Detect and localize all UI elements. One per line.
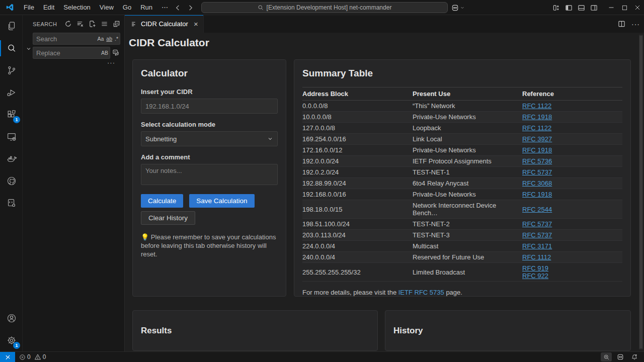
clear-search-results-icon[interactable] <box>76 20 84 28</box>
collapse-all-icon[interactable] <box>113 20 120 28</box>
present-use-cell: “This” Network <box>413 102 522 110</box>
rfc-link[interactable]: RFC 922 <box>522 272 622 280</box>
address-block-cell: 0.0.0.0/8 <box>302 102 413 110</box>
run-debug-icon[interactable] <box>0 81 23 104</box>
refresh-icon[interactable] <box>64 20 72 28</box>
comment-textarea[interactable] <box>141 164 278 185</box>
summary-table-panel: Summary Table Address Block Present Use … <box>294 59 631 297</box>
customize-layout-icon[interactable] <box>552 4 560 12</box>
menu-selection[interactable]: Selection <box>59 0 95 15</box>
rfc-link[interactable]: RFC 5736 <box>522 157 622 165</box>
save-calculation-button[interactable]: Save Calculation <box>189 194 254 208</box>
address-block-cell: 255.255.255.255/32 <box>302 268 413 276</box>
search-icon <box>258 5 264 11</box>
lightbulb-icon: 💡 <box>141 233 149 241</box>
reference-cell: RFC 5737 <box>522 220 622 228</box>
present-use-cell: Limited Broadcast <box>413 268 522 276</box>
minimize-button[interactable] <box>605 0 618 15</box>
menu-run[interactable]: Run <box>136 0 157 15</box>
extension-host-status-icon[interactable] <box>615 352 626 361</box>
table-row: 224.0.0.0/4MulticastRFC 3171 <box>302 241 622 252</box>
settings-gear-icon[interactable]: 1 <box>0 329 23 351</box>
open-new-search-editor-icon[interactable] <box>89 20 96 28</box>
match-case-icon[interactable]: Aa <box>97 36 104 42</box>
rfc-link[interactable]: RFC 1918 <box>522 191 622 198</box>
column-header-reference: Reference <box>522 90 622 98</box>
menu-file[interactable]: File <box>19 0 39 15</box>
source-control-icon[interactable] <box>0 59 23 81</box>
tab-close-icon[interactable]: × <box>194 20 198 28</box>
toggle-replace-icon[interactable] <box>25 33 33 66</box>
replace-input[interactable] <box>33 47 110 59</box>
webview-tab-icon <box>131 21 137 27</box>
comment-label: Add a comment <box>141 153 278 161</box>
nav-back-icon[interactable] <box>174 4 182 12</box>
view-as-list-icon[interactable] <box>101 20 108 28</box>
problems-indicator[interactable]: 0 0 <box>19 353 46 360</box>
regex-icon[interactable]: .* <box>115 36 118 42</box>
page-title: CIDR Calculator <box>129 37 209 49</box>
reference-cell: RFC 1122 <box>522 102 622 110</box>
rfc-link[interactable]: RFC 1112 <box>522 253 622 261</box>
toggle-sidebar-icon[interactable] <box>565 4 573 12</box>
github-icon[interactable] <box>0 170 23 192</box>
editor-scrollbar[interactable] <box>639 35 643 349</box>
split-editor-icon[interactable] <box>618 20 625 28</box>
activity-bar: 1 1 <box>0 15 23 351</box>
command-center-search[interactable]: [Extension Development Host] net-command… <box>201 2 448 13</box>
cidr-calculator-webview: CIDR Calculator Calculator Insert your C… <box>125 33 644 351</box>
history-panel: History <box>385 310 631 351</box>
clear-history-button[interactable]: Clear History <box>141 211 195 225</box>
replace-all-icon[interactable] <box>112 49 120 57</box>
rfc-link[interactable]: RFC 3171 <box>522 242 622 250</box>
accounts-icon[interactable] <box>0 307 23 329</box>
rfc-link[interactable]: RFC 5737 <box>522 220 622 228</box>
docker-icon[interactable] <box>0 148 23 170</box>
whole-word-icon[interactable]: ab <box>106 36 112 42</box>
rfc-link[interactable]: RFC 1918 <box>522 113 622 121</box>
rfc-link[interactable]: RFC 1122 <box>522 124 622 132</box>
close-window-button[interactable] <box>631 0 644 15</box>
tab-label: CIDR Calculator <box>141 20 188 28</box>
present-use-cell: Reserved for Future Use <box>413 253 522 261</box>
notifications-bell-icon[interactable] <box>629 352 640 361</box>
extensions-icon[interactable]: 1 <box>0 104 23 126</box>
search-details-toggle[interactable]: ··· <box>33 59 120 66</box>
editor-more-actions-icon[interactable]: ··· <box>631 20 640 28</box>
ietf-rfc-5735-link[interactable]: IETF RFC 5735 <box>398 289 444 296</box>
rfc-link[interactable]: RFC 5737 <box>522 231 622 239</box>
rfc-link[interactable]: RFC 3068 <box>522 179 622 187</box>
tab-cidr-calculator[interactable]: CIDR Calculator × <box>125 15 204 33</box>
remote-indicator[interactable] <box>0 352 15 362</box>
menu-edit[interactable]: Edit <box>39 0 59 15</box>
table-row: 192.0.0.0/24IETF Protocol AssignmentsRFC… <box>302 156 622 167</box>
nav-forward-icon[interactable] <box>187 4 194 12</box>
rfc-link[interactable]: RFC 5737 <box>522 168 622 176</box>
toggle-panel-icon[interactable] <box>578 4 585 12</box>
profile-icon[interactable] <box>451 4 459 12</box>
save-reminder-tip: 💡 Please remember to save your calculati… <box>141 233 278 258</box>
rfc-link[interactable]: RFC 3927 <box>522 135 622 143</box>
remote-explorer-icon[interactable] <box>0 126 23 148</box>
menu-view[interactable]: View <box>95 0 118 15</box>
address-block-cell: 192.88.99.0/24 <box>302 179 413 187</box>
menu-overflow[interactable]: ⋯ <box>157 0 173 15</box>
menu-go[interactable]: Go <box>118 0 136 15</box>
rfc-link[interactable]: RFC 1918 <box>522 146 622 154</box>
search-view-icon[interactable] <box>0 37 23 59</box>
maximize-button[interactable] <box>618 0 631 15</box>
explorer-icon[interactable] <box>0 15 23 37</box>
calculate-button[interactable]: Calculate <box>141 194 183 208</box>
cidr-input[interactable] <box>141 99 278 114</box>
present-use-cell: 6to4 Relay Anycast <box>413 179 522 187</box>
table-row: 203.0.113.0/24TEST-NET-3RFC 5737 <box>302 230 622 241</box>
rfc-link[interactable]: RFC 2544 <box>522 206 622 213</box>
code-settings-icon[interactable] <box>0 192 23 214</box>
rfc-link[interactable]: RFC 919 <box>522 264 622 272</box>
zoom-status-icon[interactable] <box>601 352 612 361</box>
calculation-mode-select[interactable]: Subnetting <box>141 131 278 146</box>
rfc-link[interactable]: RFC 1122 <box>522 102 622 110</box>
table-row: 169.254.0.0/16Link LocalRFC 3927 <box>302 134 622 145</box>
preserve-case-icon[interactable]: AB <box>101 50 108 56</box>
toggle-secondary-sidebar-icon[interactable] <box>590 4 598 12</box>
